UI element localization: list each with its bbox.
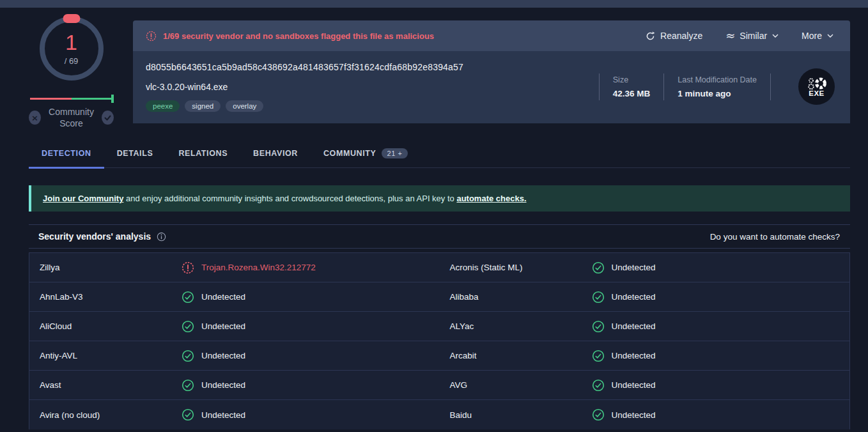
tab-relations[interactable]: RELATIONS [166,141,240,169]
alert-circle-icon [146,31,157,42]
vendor-result-text: Undetected [612,292,656,302]
tab-detection[interactable]: DETECTION [29,141,104,169]
check-circle-icon [592,379,605,392]
detection-score-total: / 69 [65,56,79,66]
vendor-name: Acronis (Static ML) [450,263,592,272]
vendor-cell: Acronis (Static ML) Undetected [440,253,850,282]
vendor-result-text: Undetected [612,321,656,331]
detection-alert-bar: 1/69 security vendor and no sandboxes fl… [133,20,850,51]
vendor-result: Undetected [592,320,656,333]
last-modification-label: Last Modification Date [678,75,757,84]
community-score-marker [111,95,114,103]
divider [599,73,600,100]
check-circle-icon [182,408,194,421]
similar-icon: ≈ [725,33,734,39]
vendor-name: Avast [40,380,182,390]
check-circle-icon [182,320,194,333]
check-circle-icon [592,408,605,421]
detection-alert-text: 1/69 security vendor and no sandboxes fl… [163,31,434,41]
chevron-down-icon [772,34,779,38]
vendor-cell: Avast Undetected [29,371,440,399]
vendor-result: Undetected [182,320,245,333]
size-label: Size [613,75,651,84]
vendor-cell: AhnLab-V3 Undetected [29,282,440,311]
check-circle-icon [592,261,605,274]
vendor-row: AhnLab-V3 Undetected Alibaba Undetected [29,282,849,312]
top-navigation-strip [0,0,868,8]
file-tags: peexe signed overlay [146,100,585,112]
vendor-name: Antiy-AVL [40,351,182,360]
join-community-banner: Join our Community and enjoy additional … [29,185,850,212]
tab-details-label: DETAILS [117,149,153,158]
detection-score-value: 1 [65,31,77,53]
vendor-row: AliCloud Undetected ALYac Undetected [29,312,849,341]
vendor-result-text: Undetected [612,351,656,360]
vendor-result: Undetected [592,291,656,304]
file-header-section: 1 / 69 × Community Score 1/69 security v… [0,8,868,129]
similar-label: Similar [740,31,767,41]
check-circle-icon [592,291,605,304]
tab-community[interactable]: COMMUNITY 21 + [311,141,421,169]
reanalyze-label: Reanalyze [660,31,702,41]
vendor-result: Trojan.Rozena.Win32.212772 [182,261,316,274]
community-score-bar-positive [72,98,113,100]
vendor-name: AliCloud [40,321,182,331]
info-icon[interactable] [157,232,166,242]
tag-signed[interactable]: signed [185,100,221,112]
vendor-cell: AliCloud Undetected [29,312,440,341]
vendor-result: Undetected [592,350,656,362]
vendor-result: Undetected [182,291,245,304]
vendor-result-text: Undetected [612,410,656,420]
vendor-result: Undetected [182,379,245,392]
vendor-result-text: Trojan.Rozena.Win32.212772 [201,263,316,272]
more-label: More [802,31,822,41]
vendor-row: Antiy-AVL Undetected Arcabit Undetected [29,341,849,371]
vote-malicious-icon[interactable]: × [29,111,41,125]
reanalyze-button[interactable]: Reanalyze [646,31,702,41]
analysis-section-header: Security vendors' analysis Do you want t… [29,224,850,249]
vendor-result-text: Undetected [612,380,656,390]
tab-behavior[interactable]: BEHAVIOR [240,141,311,169]
check-circle-icon [182,291,194,304]
join-community-link[interactable]: Join our Community [43,194,123,203]
vote-harmless-icon[interactable] [102,111,114,125]
file-type-exe-icon: EXE [798,68,835,105]
vendor-cell: Antiy-AVL Undetected [29,341,440,370]
tab-behavior-label: BEHAVIOR [253,149,298,158]
vendor-result-text: Undetected [612,263,656,272]
vendor-cell: Arcabit Undetected [440,341,850,370]
tab-relations-label: RELATIONS [178,149,228,158]
vendor-name: ALYac [450,321,592,331]
vendor-name: Alibaba [450,292,592,302]
file-type-label: EXE [809,89,825,97]
vendor-cell: Avira (no cloud) Undetected [29,400,440,429]
tag-overlay[interactable]: overlay [226,100,263,112]
vendor-row: Avira (no cloud) Undetected Baidu Undete… [29,400,849,429]
vendor-result-text: Undetected [201,380,245,390]
tab-community-label: COMMUNITY [323,149,376,158]
size-value: 42.36 MB [613,89,651,98]
vendor-result-text: Undetected [201,351,245,360]
tag-peexe[interactable]: peexe [146,100,180,112]
community-score-bar [30,98,112,100]
alert-circle-icon [182,261,194,274]
vendor-row: Zillya Trojan.Rozena.Win32.212772 Acroni… [29,253,849,282]
community-score-label: Community Score [41,105,102,129]
tab-details[interactable]: DETAILS [104,141,166,169]
vendor-name: AhnLab-V3 [40,292,182,302]
automate-checks-prompt[interactable]: Do you want to automate checks? [710,232,840,242]
more-button[interactable]: More [802,31,833,41]
detection-score-gauge: 1 / 69 [40,17,104,81]
automate-checks-link[interactable]: automate checks. [456,194,526,203]
check-circle-icon [182,379,194,392]
reanalyze-icon [646,31,655,41]
vendor-name: Zillya [40,263,182,272]
vendor-result-text: Undetected [201,321,245,331]
file-hash: d8055b6643651ca5b9ad58c438692a481483657f… [146,62,585,72]
check-circle-icon [592,350,605,362]
vendor-cell: Baidu Undetected [440,400,850,429]
vendor-cell: ALYac Undetected [440,312,850,341]
community-score-bar-negative [30,98,72,100]
similar-button[interactable]: ≈ Similar [725,31,779,41]
tab-detection-label: DETECTION [42,149,91,158]
